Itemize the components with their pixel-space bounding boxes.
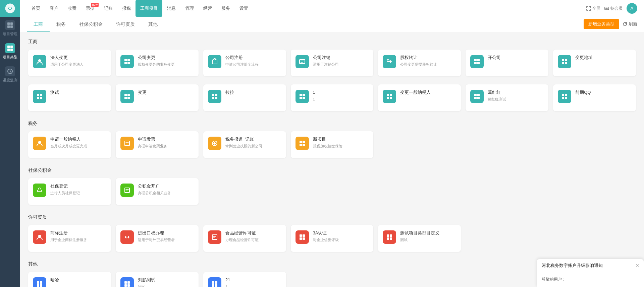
nav-home[interactable]: 首页 (27, 0, 45, 17)
refresh-button[interactable]: 刷新 (623, 21, 637, 27)
main-container: 首页 客户 收费 票据 new 记账 报税 工商项目 消息 管理 经营 (20, 0, 644, 287)
card-icon-social-register (33, 184, 46, 197)
card-info-company-change: 公司变更 股权变更外的业务变更 (138, 55, 194, 67)
card-gehonghong[interactable]: 葛红红 葛红红测试 (466, 84, 548, 111)
sidebar-item-project-mgmt[interactable]: 项目管理 (0, 17, 20, 40)
card-haha[interactable]: 哈哈 (28, 272, 111, 287)
card-icon-equity-transfer (383, 55, 396, 68)
svg-rect-70 (387, 234, 389, 237)
card-company-register[interactable]: 公司注册 申请公司注册全流程 (203, 50, 286, 76)
card-housing-fund[interactable]: 公积金开户 办理公积金相关业务 (116, 178, 199, 205)
card-icon-liupeng-test (120, 277, 134, 287)
svg-rect-23 (477, 62, 480, 64)
card-change-general[interactable]: 变更一般纳税人 (378, 84, 461, 111)
nav-accounting[interactable]: 记账 (99, 0, 117, 17)
svg-rect-75 (40, 281, 42, 284)
sidebar-label-project-mgmt: 项目管理 (3, 31, 17, 37)
card-desc-company-cancel: 适用于注销公司 (313, 62, 369, 67)
svg-point-19 (387, 59, 389, 61)
vip-btn[interactable]: 畅会员 (604, 6, 623, 11)
card-food-license[interactable]: 食品经营许可证 办理食品经营许可证 (203, 225, 286, 252)
card-3a-cert[interactable]: 3A认证 对企业信誉评级 (291, 225, 374, 252)
svg-rect-20 (474, 59, 477, 61)
card-icon-food-license (208, 230, 221, 244)
tab-shebao[interactable]: 社保公积金 (72, 17, 109, 32)
card-import-export[interactable]: 进出口权办理 适用于对外贸易经营者 (116, 225, 199, 252)
card-tax-report[interactable]: 税务报道+记账 拿到营业执照的新公司 (203, 131, 286, 158)
card-new-project[interactable]: 新项目 报税加税控盘保管 (291, 131, 374, 158)
nav-management[interactable]: 管理 (180, 0, 199, 17)
nav-billing[interactable]: 收费 (63, 0, 81, 17)
card-icon-company-cancel (296, 55, 309, 68)
card-icon-new-project (296, 137, 309, 150)
section-shebao: 社保公积金 社保登记 进行人员社保登记 (28, 167, 636, 205)
card-trademark[interactable]: 商标注册 用于企业商标注册服务 (28, 225, 111, 252)
card-test-type[interactable]: 测试项目类型目定义 测试 (378, 225, 461, 252)
sidebar-item-progress[interactable]: 进度监测 (0, 63, 20, 86)
card-icon-change2 (120, 90, 134, 103)
card-icon-company-register (208, 55, 221, 68)
card-test[interactable]: 测试 (28, 84, 111, 111)
fullscreen-btn[interactable]: 全屏 (586, 6, 600, 11)
card-change2[interactable]: 变更 (116, 84, 199, 111)
svg-rect-33 (127, 94, 130, 96)
svg-rect-66 (300, 234, 302, 237)
card-liupeng-test[interactable]: 刘鹏测试 测试 (116, 272, 199, 287)
tab-xuke[interactable]: 许可资质 (109, 17, 142, 32)
card-icon-tax-report (208, 137, 221, 150)
card-equity-transfer[interactable]: 股权转让 公司变更需要股权转让 (378, 50, 461, 76)
svg-rect-71 (390, 234, 392, 237)
nav-message[interactable]: 消息 (162, 0, 180, 17)
tab-gongshang[interactable]: 工商 (27, 17, 50, 32)
notification-close[interactable]: × (636, 263, 639, 269)
svg-rect-51 (477, 97, 480, 99)
svg-rect-62 (303, 144, 305, 146)
card-info-company-cancel: 公司注销 适用于注销公司 (313, 55, 369, 67)
svg-rect-44 (387, 94, 389, 96)
tab-shuiwu[interactable]: 税务 (50, 17, 72, 32)
card-open-company[interactable]: 开公司 (466, 50, 548, 76)
svg-rect-34 (124, 97, 127, 99)
card-one[interactable]: 1 1 (291, 84, 374, 111)
card-front-qq[interactable]: 前期QQ (553, 84, 636, 111)
nav-tax[interactable]: 报税 (117, 0, 136, 17)
nav-industrial[interactable]: 工商项目 (136, 0, 162, 17)
svg-rect-82 (212, 281, 214, 284)
card-icon-legal-change (33, 55, 46, 68)
topnav-right: 全屏 畅会员 A (586, 3, 637, 14)
tab-other[interactable]: 其他 (142, 17, 164, 32)
card-title-legal-change: 法人变更 (50, 55, 106, 61)
card-company-change[interactable]: 公司变更 股权变更外的业务变更 (116, 50, 199, 76)
svg-rect-46 (387, 97, 389, 99)
card-lala[interactable]: 拉拉 (203, 84, 286, 111)
nav-customer[interactable]: 客户 (45, 0, 63, 17)
svg-rect-78 (124, 281, 127, 284)
section-title-gongshang: 工商 (28, 39, 636, 45)
project-mgmt-icon (5, 20, 15, 30)
add-type-button[interactable]: 新增业务类型 (584, 19, 619, 29)
avatar[interactable]: A (627, 3, 637, 14)
refresh-icon (623, 22, 627, 26)
sidebar-label-project-type: 项目类型 (3, 55, 17, 60)
card-legal-change[interactable]: 法人变更 适用于公司变更法人 (28, 50, 111, 76)
card-company-cancel[interactable]: 公司注销 适用于注销公司 (291, 50, 374, 76)
card-twenty-one[interactable]: 21 1 (203, 272, 286, 287)
nav-tickets[interactable]: 票据 new (81, 0, 99, 17)
sidebar-item-project-type[interactable]: 项目类型 (0, 40, 20, 63)
card-change-address[interactable]: 变更地址 (553, 50, 636, 76)
logo[interactable] (0, 0, 20, 17)
svg-rect-18 (300, 60, 305, 64)
nav-operation[interactable]: 经营 (199, 0, 217, 17)
card-title-company-change: 公司变更 (138, 55, 194, 61)
card-social-register[interactable]: 社保登记 进行人员社保登记 (28, 178, 111, 205)
svg-rect-3 (10, 22, 13, 25)
nav-service[interactable]: 服务 (217, 0, 235, 17)
svg-rect-21 (477, 59, 480, 61)
svg-rect-57 (125, 141, 129, 146)
nav-settings[interactable]: 设置 (235, 0, 253, 17)
notification-title: 河北税务数字账户升级影响通知 (542, 263, 603, 269)
card-apply-general-tax[interactable]: 申请一般纳税人 当月或次月成变更完成 (28, 131, 111, 158)
card-grid-shuiwu: 申请一般纳税人 当月或次月成变更完成 申请发票 办理申请发票业务 (28, 131, 636, 158)
svg-rect-39 (215, 97, 217, 99)
card-apply-invoice[interactable]: 申请发票 办理申请发票业务 (116, 131, 199, 158)
